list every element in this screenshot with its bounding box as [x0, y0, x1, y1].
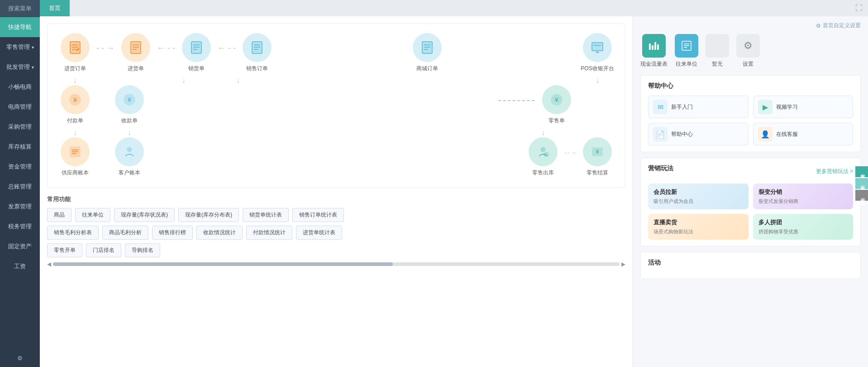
help-item-video[interactable]: ▶ 视频学习 [753, 96, 854, 118]
sidebar-item-label: 采购管理 [8, 123, 32, 131]
func-btn-receipt-stats[interactable]: 收款情况统计 [196, 226, 243, 240]
down-arrow-sales-slip: ↓ [182, 77, 186, 84]
retail-order-icon: ¥ [542, 85, 571, 114]
group-title: 多人拼团 [758, 218, 848, 227]
flow-row-1: 进货订单 - - → 进货 [55, 33, 618, 72]
quick-icon-cash-flow[interactable]: 现金流量表 [640, 34, 668, 68]
sidebar-item-label: 快捷导航 [8, 23, 32, 31]
quick-icon-settings[interactable]: ⚙ 设置 [736, 34, 760, 68]
flow-row-2: ¥ 付款单 ¥ 收款单 [55, 85, 618, 125]
sidebar-item-assets[interactable]: 固定资产 [0, 237, 40, 256]
payment-slip-icon: ¥ [61, 85, 90, 114]
func-btn-guide-rank[interactable]: 导购排名 [125, 243, 160, 257]
func-btn-gross-profit[interactable]: 销售毛利分析表 [47, 226, 99, 240]
sidebar-item-inventory[interactable]: 库存核算 [0, 137, 40, 157]
svg-rect-20 [422, 42, 432, 53]
help-item-help[interactable]: 📄 帮助中心 [648, 123, 749, 145]
svg-rect-48 [657, 44, 659, 50]
sidebar-settings-icon[interactable]: ⚙ [0, 349, 40, 367]
sidebar-item-xiaochang[interactable]: 小畅电商 [0, 77, 40, 97]
quick-icon-none[interactable]: 暂无 [706, 34, 729, 68]
scroll-track[interactable] [53, 262, 620, 266]
scroll-thumb [53, 262, 393, 266]
node-customer-account[interactable]: 客户账本 [109, 137, 150, 177]
sidebar-item-purchase[interactable]: 采购管理 [0, 117, 40, 137]
sidebar-item-invoice[interactable]: 发票管理 [0, 197, 40, 217]
marketing-item-fission[interactable]: 裂变分销 裂变式发展分销商 [753, 184, 854, 209]
sidebar-item-wholesale[interactable]: 批发管理 ▾ [0, 57, 40, 77]
float-btn-customer-service[interactable]: 客服热线 [855, 166, 868, 177]
func-btn-order-stats[interactable]: 销售订单统计表 [292, 208, 344, 222]
svg-rect-5 [131, 42, 141, 53]
down-arrow-receipt: ↓ [128, 129, 131, 136]
func-btn-retail-order[interactable]: 零售开单 [47, 243, 82, 257]
node-retail-outbound[interactable]: 零售出库 [523, 137, 563, 177]
sidebar-item-quick-nav[interactable]: 快捷导航 [0, 17, 40, 37]
live-title: 直播卖货 [653, 218, 743, 227]
sidebar-item-finance[interactable]: 资金管理 [0, 157, 40, 177]
scroll-left-arrow[interactable]: ◀ [47, 261, 51, 267]
node-receipt-slip[interactable]: ¥ 收款单 [109, 85, 150, 125]
func-btn-sales-stats[interactable]: 销货单统计表 [243, 208, 289, 222]
node-sales-slip[interactable]: 销货单 [176, 33, 217, 72]
func-btn-product[interactable]: 商品 [47, 208, 72, 222]
node-purchase-slip[interactable]: 进货单 [115, 33, 156, 72]
func-btn-payment-stats[interactable]: 付款情况统计 [246, 226, 292, 240]
mall-order-label: 商城订单 [416, 65, 438, 72]
group-desc: 拼团购物享受优惠 [758, 228, 848, 235]
marketing-item-group[interactable]: 多人拼团 拼团购物享受优惠 [753, 214, 854, 240]
func-btn-purchase-stats[interactable]: 进货单统计表 [296, 226, 342, 240]
scroll-right-arrow[interactable]: ▶ [621, 261, 625, 267]
gear-icon: ⚙ [816, 23, 821, 29]
sidebar-item-payroll[interactable]: 工资 [0, 256, 40, 276]
customer-account-label: 客户账本 [119, 169, 140, 177]
func-btn-store-rank[interactable]: 门店排名 [86, 243, 121, 257]
sidebar-item-label: 小畅电商 [8, 83, 32, 91]
node-payment-slip[interactable]: ¥ 付款单 [55, 85, 95, 125]
func-btn-product-profit[interactable]: 商品毛利分析 [102, 226, 148, 240]
quick-icon-contacts[interactable]: 往来单位 [675, 34, 698, 68]
more-marketing-link[interactable]: 更多营销玩法 > [816, 168, 853, 175]
node-supplier-account[interactable]: 供应商账本 [55, 137, 95, 177]
node-sales-order[interactable]: 销售订单 [237, 33, 277, 72]
tab-home[interactable]: 首页 [40, 0, 70, 16]
customize-settings-link[interactable]: ⚙ 首页自定义设置 [640, 22, 861, 29]
marketing-grid: 会员拉新 吸引用户成为会员 裂变分销 裂变式发展分销商 直播卖货 场景式购物新玩… [648, 184, 853, 240]
marketing-item-live[interactable]: 直播卖货 场景式购物新玩法 [648, 214, 749, 240]
node-retail-order[interactable]: ¥ 零售单 [536, 85, 577, 125]
customize-settings-label: 首页自定义设置 [823, 22, 861, 29]
help-label: 帮助中心 [671, 130, 693, 138]
func-btn-sales-rank[interactable]: 销售排行榜 [152, 226, 193, 240]
sidebar-item-label: 资金管理 [8, 163, 32, 171]
sidebar-item-ecommerce[interactable]: 电商管理 [0, 97, 40, 117]
help-item-service[interactable]: 👤 在线客服 [753, 123, 854, 145]
func-btn-contacts[interactable]: 往来单位 [75, 208, 110, 222]
func-btn-inventory-status[interactable]: 现存量(库存状况表) [114, 208, 175, 222]
float-btn-desktop-shortcut[interactable]: 桌面快捷 [855, 190, 868, 201]
marketing-card: 营销玩法 更多营销玩法 > 会员拉新 吸引用户成为会员 裂变分销 裂变式发展分销… [640, 158, 861, 246]
service-icon: 👤 [758, 127, 773, 141]
tab-expand-button[interactable]: ⛶ [850, 4, 868, 12]
node-mall-order[interactable]: 商城订单 [407, 33, 448, 72]
sidebar-item-label: 固定资产 [8, 242, 32, 251]
settings-icon-box: ⚙ [736, 34, 760, 58]
sales-slip-icon [182, 33, 211, 62]
live-desc: 场景式购物新玩法 [653, 228, 743, 235]
supplier-account-label: 供应商账本 [62, 169, 89, 177]
func-btn-inventory-dist[interactable]: 现存量(库存分布表) [178, 208, 239, 222]
node-pos-cashier[interactable]: POS收银开台 [577, 33, 618, 72]
help-item-beginner[interactable]: ✉ 新手入门 [648, 96, 749, 118]
sidebar-item-general[interactable]: 总账管理 [0, 177, 40, 197]
sidebar-search[interactable]: 搜索菜单 [0, 0, 40, 17]
member-desc: 吸引用户成为会员 [653, 198, 743, 205]
sidebar-item-retail[interactable]: 零售管理 ▾ [0, 37, 40, 57]
node-retail-settlement[interactable]: ¥ 零售结算 [577, 137, 618, 177]
float-btn-service-community[interactable]: 服务社区 [855, 178, 868, 189]
member-title: 会员拉新 [653, 188, 743, 196]
sidebar-item-tax[interactable]: 税务管理 [0, 217, 40, 237]
node-purchase-order[interactable]: 进货订单 [55, 33, 95, 72]
sidebar-item-label: 库存核算 [8, 143, 32, 151]
svg-rect-42 [544, 153, 548, 156]
quick-icons-row: 现金流量表 往来单位 暂无 [640, 34, 861, 68]
marketing-item-member[interactable]: 会员拉新 吸引用户成为会员 [648, 184, 749, 209]
